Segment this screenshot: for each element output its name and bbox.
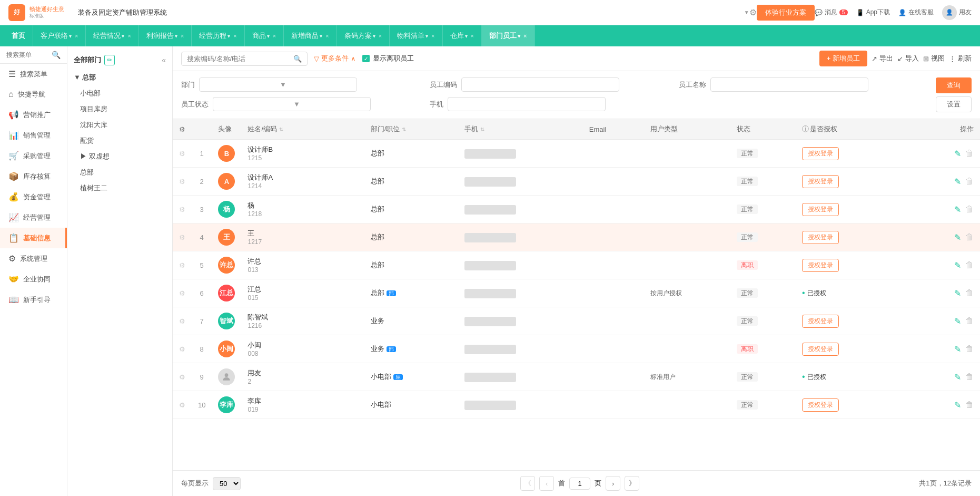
td-gear[interactable]: ⚙ — [173, 335, 192, 363]
sidebar-item-经营管理[interactable]: 📈经营管理 — [0, 207, 67, 228]
resigned-checkbox[interactable]: ✓ — [362, 55, 370, 62]
dept-node[interactable]: ▼ 总部 — [67, 70, 172, 85]
tab-dropdown-arrow[interactable]: ▾ — [227, 33, 230, 39]
delete-btn[interactable]: 🗑 — [965, 260, 974, 270]
tab-dropdown-arrow[interactable]: ▾ — [320, 33, 322, 39]
edit-btn[interactable]: ✎ — [954, 400, 961, 410]
delete-btn[interactable]: 🗑 — [965, 400, 974, 410]
th-dept[interactable]: 部门/职位 ⇅ — [364, 119, 458, 140]
reset-btn[interactable]: 设置 — [936, 96, 972, 112]
export-btn[interactable]: ↗ 导出 — [872, 54, 893, 63]
tab-close-btn[interactable]: × — [379, 33, 382, 39]
page-size-select[interactable]: 50 — [213, 477, 241, 490]
nav-tab-新增商品[interactable]: 新增商品 ▾ × — [284, 25, 336, 46]
row-gear-icon[interactable]: ⚙ — [179, 317, 185, 325]
row-gear-icon[interactable]: ⚙ — [179, 289, 185, 297]
prev-page-btn[interactable]: ‹ — [539, 476, 554, 491]
last-page-btn[interactable]: 》 — [625, 476, 639, 491]
auth-login-btn[interactable]: 授权登录 — [802, 343, 839, 356]
tab-close-btn[interactable]: × — [233, 33, 236, 39]
td-gear[interactable]: ⚙ — [173, 168, 192, 196]
edit-btn[interactable]: ✎ — [954, 344, 961, 354]
auth-login-btn[interactable]: 授权登录 — [802, 231, 839, 244]
td-auth[interactable]: 授权登录 — [796, 140, 898, 168]
row-gear-icon[interactable]: ⚙ — [179, 234, 185, 241]
delete-btn[interactable]: 🗑 — [965, 177, 974, 186]
row-gear-icon[interactable]: ⚙ — [179, 261, 185, 269]
td-gear[interactable]: ⚙ — [173, 307, 192, 335]
nav-tab-首页[interactable]: 首页 — [4, 25, 33, 46]
dept-node[interactable]: 项目库房 — [67, 101, 172, 117]
th-name[interactable]: 姓名/编码 ⇅ — [241, 119, 364, 140]
row-gear-icon[interactable]: ⚙ — [179, 178, 185, 186]
nav-tab-商品[interactable]: 商品 ▾ × — [245, 25, 284, 46]
td-gear[interactable]: ⚙ — [173, 223, 192, 251]
td-auth[interactable]: 授权登录 — [796, 251, 898, 279]
dept-node[interactable]: ▶ 双虚想 — [67, 149, 172, 164]
auth-login-btn[interactable]: 授权登录 — [802, 315, 839, 328]
row-gear-icon[interactable]: ⚙ — [179, 150, 185, 158]
sidebar-item-新手引导[interactable]: 📖新手引导 — [0, 289, 67, 310]
edit-btn[interactable]: ✎ — [954, 232, 961, 242]
nav-tab-利润报告[interactable]: 利润报告 ▾ × — [139, 25, 192, 46]
next-page-btn[interactable]: › — [606, 476, 620, 491]
nav-tab-物料清单[interactable]: 物料清单 ▾ × — [390, 25, 442, 46]
th-phone[interactable]: 手机 ⇅ — [458, 119, 583, 140]
tab-dropdown-arrow[interactable]: ▾ — [267, 33, 270, 39]
tab-close-btn[interactable]: × — [325, 33, 329, 39]
show-resigned-toggle[interactable]: ✓ 显示离职员工 — [362, 54, 414, 63]
tab-close-btn[interactable]: × — [471, 33, 474, 39]
more-btn[interactable]: ⋮ 刷新 — [949, 54, 972, 63]
sidebar-item-库存核算[interactable]: 📦库存核算 — [0, 166, 67, 187]
auth-login-btn[interactable]: 授权登录 — [802, 203, 839, 216]
sidebar-item-企业协同[interactable]: 🤝企业协同 — [0, 269, 67, 289]
gear-icon[interactable]: ⚙ — [749, 7, 757, 17]
td-auth[interactable]: 授权登录 — [796, 223, 898, 251]
td-gear[interactable]: ⚙ — [173, 251, 192, 279]
message-btn[interactable]: 💬 消息 5 — [815, 8, 848, 17]
auth-login-btn[interactable]: 授权登录 — [802, 259, 839, 272]
user-btn[interactable]: 👤 用友 — [942, 5, 972, 20]
sidebar-item-营销推广[interactable]: 📢营销推广 — [0, 104, 67, 125]
delete-btn[interactable]: 🗑 — [965, 288, 974, 298]
nav-tab-经营历程[interactable]: 经营历程 ▾ × — [192, 25, 244, 46]
dept-select[interactable]: ▼ — [199, 77, 357, 92]
tab-dropdown-arrow[interactable]: ▾ — [465, 33, 468, 39]
system-dropdown-arrow[interactable]: ▼ — [744, 9, 749, 15]
sidebar-item-搜索菜单[interactable]: ☰搜索菜单 — [0, 64, 67, 84]
edit-btn[interactable]: ✎ — [954, 205, 961, 215]
td-auth[interactable]: 授权登录 — [796, 335, 898, 363]
view-btn[interactable]: ⊞ 视图 — [923, 54, 945, 63]
add-employee-btn[interactable]: + 新增员工 — [819, 51, 867, 66]
delete-btn[interactable]: 🗑 — [965, 344, 974, 354]
tab-close-btn[interactable]: × — [181, 33, 184, 39]
filter-btn[interactable]: ▽ 更多条件 ∧ — [314, 54, 356, 63]
status-select[interactable]: ▼ — [213, 97, 371, 111]
dept-node[interactable]: 配货 — [67, 133, 172, 149]
td-gear[interactable]: ⚙ — [173, 363, 192, 391]
tab-close-btn[interactable]: × — [75, 33, 78, 39]
nav-tab-仓库[interactable]: 仓库 ▾ × — [443, 25, 482, 46]
dept-node[interactable]: 植树王二 — [67, 180, 172, 196]
tab-close-btn[interactable]: × — [523, 33, 527, 39]
delete-btn[interactable]: 🗑 — [965, 372, 974, 382]
td-gear[interactable]: ⚙ — [173, 196, 192, 223]
auth-login-btn[interactable]: 授权登录 — [802, 175, 839, 188]
tab-dropdown-arrow[interactable]: ▾ — [69, 33, 72, 39]
sidebar-item-采购管理[interactable]: 🛒采购管理 — [0, 145, 67, 166]
edit-btn[interactable]: ✎ — [954, 260, 961, 270]
code-input[interactable] — [461, 77, 619, 92]
sidebar-item-基础信息[interactable]: 📋基础信息 — [0, 228, 67, 248]
sidebar-item-资金管理[interactable]: 💰资金管理 — [0, 187, 67, 207]
tab-close-btn[interactable]: × — [127, 33, 131, 39]
nav-tab-部门员工[interactable]: 部门员工 ▾ × — [482, 25, 534, 46]
edit-btn[interactable]: ✎ — [954, 372, 961, 382]
name-input[interactable] — [710, 77, 868, 92]
first-page-btn[interactable]: 《 — [520, 476, 535, 491]
dept-edit-icon[interactable]: ✏ — [104, 55, 115, 65]
edit-btn[interactable]: ✎ — [954, 149, 961, 159]
import-btn[interactable]: ↙ 导入 — [897, 54, 919, 63]
sidebar-item-系统管理[interactable]: ⚙系统管理 — [0, 248, 67, 269]
tab-dropdown-arrow[interactable]: ▾ — [425, 33, 428, 39]
nav-tab-条码方案[interactable]: 条码方案 ▾ × — [337, 25, 390, 46]
